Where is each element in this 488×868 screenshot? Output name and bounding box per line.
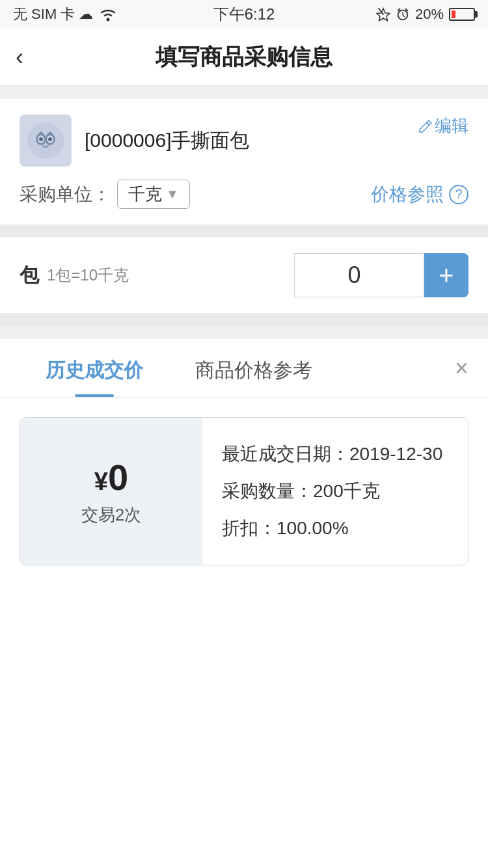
svg-point-8: [48, 137, 52, 141]
status-time: 下午6:12: [213, 4, 275, 25]
product-name-text: 手撕面包: [171, 129, 249, 151]
sim-text: 无 SIM 卡 ☁: [13, 5, 93, 24]
product-header: [0000006]手撕面包 编辑: [20, 115, 468, 167]
product-unit-row: 采购单位： 千克 ▼ 价格参照 ?: [20, 180, 468, 209]
history-trades-count: 交易2次: [81, 504, 141, 526]
tabs-row: 历史成交价 商品价格参考 ×: [0, 339, 488, 398]
alarm-icon: [396, 7, 410, 21]
tab-history-label: 历史成交价: [46, 359, 143, 381]
price-ref-label: 价格参照: [371, 182, 444, 207]
price-number: 0: [108, 457, 128, 498]
battery-icon: [449, 8, 475, 21]
back-button[interactable]: ‹: [16, 44, 23, 71]
bottom-space: [0, 585, 488, 868]
edit-button[interactable]: 编辑: [418, 115, 468, 137]
tab-history-price[interactable]: 历史成交价: [20, 339, 169, 397]
page-title: 填写商品采购信息: [156, 42, 332, 72]
svg-point-7: [39, 137, 43, 141]
discount: 折扣：100.00%: [222, 515, 448, 541]
product-left: [0000006]手撕面包: [20, 115, 249, 167]
quantity-unit-info: 包 1包=10千克: [20, 262, 129, 289]
svg-point-0: [107, 18, 110, 21]
tab-price-ref-label: 商品价格参考: [195, 359, 312, 381]
recent-date: 最近成交日期：2019-12-30: [222, 441, 448, 467]
edit-label: 编辑: [435, 115, 468, 137]
product-name: [0000006]手撕面包: [85, 128, 249, 154]
unit-value: 千克: [128, 183, 162, 206]
product-card: [0000006]手撕面包 编辑 采购单位： 千克 ▼ 价格参照 ?: [0, 99, 488, 224]
price-ref-info-icon: ?: [449, 185, 468, 204]
history-details-panel: 最近成交日期：2019-12-30 采购数量：200千克 折扣：100.00%: [202, 418, 468, 565]
quantity-plus-button[interactable]: +: [424, 253, 468, 297]
panel-area: 历史成交价 商品价格参考 × ¥0 交易2次 最近成交日期：2019-12-30…: [0, 339, 488, 585]
status-right: 20%: [376, 6, 475, 23]
battery-percent: 20%: [415, 6, 444, 23]
tab-price-reference[interactable]: 商品价格参考: [169, 339, 338, 397]
quantity-input[interactable]: [294, 253, 424, 297]
section-divider: [0, 224, 488, 237]
history-price-panel: ¥0 交易2次: [20, 418, 202, 565]
history-price-value: ¥0: [94, 456, 128, 498]
unit-dropdown-arrow: ▼: [166, 187, 179, 202]
product-thumbnail: [20, 115, 72, 167]
quantity-unit-eq: 1包=10千克: [47, 265, 129, 286]
edit-icon: [418, 119, 432, 133]
quantity-unit-label: 包: [20, 262, 39, 289]
yen-sign: ¥: [94, 468, 108, 495]
purchase-qty: 采购数量：200千克: [222, 478, 448, 504]
nav-bar: ‹ 填写商品采购信息: [0, 29, 488, 86]
status-bar: 无 SIM 卡 ☁ 下午6:12 20%: [0, 0, 488, 29]
unit-selector[interactable]: 千克 ▼: [117, 180, 190, 209]
history-card: ¥0 交易2次 最近成交日期：2019-12-30 采购数量：200千克 折扣：…: [20, 417, 468, 565]
wifi-icon: [98, 7, 118, 21]
status-left: 无 SIM 卡 ☁: [13, 5, 118, 24]
quantity-row: 包 1包=10千克 +: [0, 237, 488, 313]
history-content: ¥0 交易2次 最近成交日期：2019-12-30 采购数量：200千克 折扣：…: [0, 398, 488, 585]
location-icon: [376, 7, 390, 21]
price-ref-button[interactable]: 价格参照 ?: [371, 182, 468, 207]
product-id: [0000006]: [85, 129, 171, 151]
quantity-input-group: +: [294, 253, 468, 297]
unit-label-text: 采购单位：: [20, 182, 111, 207]
section-divider-2: [0, 313, 488, 326]
tab-close-button[interactable]: ×: [455, 355, 468, 382]
product-logo-icon: [26, 121, 65, 160]
unit-label: 采购单位： 千克 ▼: [20, 180, 190, 209]
